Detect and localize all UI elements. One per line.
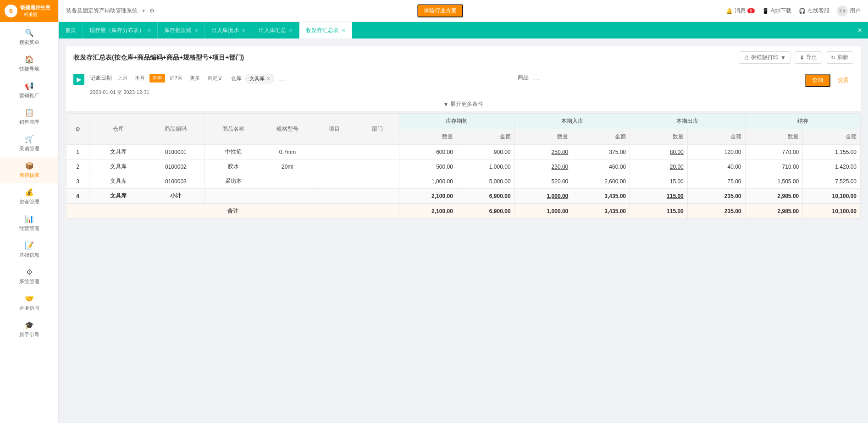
- table-settings-col[interactable]: ⚙: [66, 114, 89, 145]
- tab-batch-close[interactable]: ✕: [194, 28, 198, 33]
- row3-in-qty[interactable]: 520.00: [514, 174, 572, 189]
- system-title: 装备及固定资产辅助管理系统: [66, 7, 138, 15]
- row1-out-qty[interactable]: 80.00: [630, 145, 688, 159]
- settings-btn[interactable]: ⚙: [149, 8, 155, 14]
- sidebar-item-label: 销售管理: [19, 119, 39, 126]
- doc-icon: 📝: [25, 241, 34, 250]
- sidebar-item-marketing[interactable]: 📢 营销推广: [0, 77, 58, 104]
- row1-spec: 0.7mm: [262, 145, 313, 159]
- row3-product: 采访本: [205, 174, 262, 189]
- export-label: 导出: [806, 54, 817, 61]
- row3-in-qty-link[interactable]: 520.00: [552, 178, 569, 185]
- sidebar-logo: 6 畅捷通好生意 标准版: [0, 0, 58, 22]
- app-download-label: App下载: [771, 7, 791, 15]
- sidebar-item-purchase[interactable]: 🛒 采购管理: [0, 130, 58, 157]
- sidebar-item-label: 经营管理: [19, 225, 39, 232]
- total-closing-amt: 10,100.00: [803, 203, 861, 219]
- page-content: 收发存汇总表(按仓库+商品编码+商品+规格型号+项目+部门) 🖨 拆镁版打印 ▼…: [59, 38, 868, 423]
- total-out-qty: 115.00: [630, 203, 688, 219]
- sidebar-item-sales[interactable]: 📋 销售管理: [0, 104, 58, 130]
- col-product-header: 商品名称: [205, 114, 262, 145]
- subtotal-opening-qty: 2,100.00: [399, 189, 457, 204]
- row1-out-qty-link[interactable]: 80.00: [670, 149, 684, 155]
- row2-out-qty-link[interactable]: 20.00: [670, 164, 684, 170]
- row3-closing-amt: 7,525.00: [803, 174, 861, 189]
- tab-stock-dist[interactable]: 现存量（库存分布表） ✕: [83, 22, 158, 38]
- tab-recv-send-close[interactable]: ✕: [342, 28, 345, 33]
- tab-in-out-flow-close[interactable]: ✕: [242, 28, 245, 33]
- sidebar-item-label: 基础信息: [19, 252, 39, 258]
- tab-bar-close-all[interactable]: ✕: [851, 27, 868, 34]
- gear-icon: ⚙: [26, 268, 33, 276]
- sidebar-item-system[interactable]: ⚙ 系统管理: [0, 263, 58, 290]
- out-amt-header: 金额: [687, 129, 745, 145]
- subtotal-out-qty[interactable]: 115.00: [630, 189, 688, 204]
- product-ellipsis[interactable]: ...: [532, 74, 541, 82]
- sidebar-item-basic[interactable]: 📝 基础信息: [0, 236, 58, 263]
- date-btn-this-month[interactable]: 本月: [132, 74, 148, 82]
- tab-home[interactable]: 首页: [59, 22, 83, 38]
- subtotal-in-qty-link[interactable]: 1,000.00: [547, 193, 569, 199]
- print-label: 拆镁版打印: [751, 54, 779, 61]
- subtotal-closing-amt: 10,100.00: [803, 189, 861, 204]
- row2-in-qty[interactable]: 230.00: [514, 159, 572, 174]
- subtotal-empty2: [262, 189, 313, 204]
- warehouse-tag-close[interactable]: ✕: [266, 76, 270, 81]
- row1-in-qty-link[interactable]: 250.00: [552, 149, 569, 155]
- set-button[interactable]: 设置: [833, 75, 853, 86]
- tab-in-out-flow[interactable]: 出入库流水 ✕: [205, 22, 252, 38]
- sidebar-item-operation[interactable]: 📊 经营管理: [0, 210, 58, 236]
- filter-toggle[interactable]: ▶: [73, 74, 84, 85]
- tab-in-out-summary-close[interactable]: ✕: [289, 28, 293, 33]
- sidebar-item-label: 营销推广: [19, 92, 39, 99]
- date-btn-7days[interactable]: 近7天: [167, 74, 185, 82]
- row3-project: [313, 174, 356, 189]
- warehouse-ellipsis[interactable]: ...: [278, 75, 286, 82]
- row1-in-qty[interactable]: 250.00: [514, 145, 572, 159]
- row2-in-qty-link[interactable]: 230.00: [552, 164, 569, 170]
- date-range-row: 2023-01-01 至 2023-12-31: [66, 89, 861, 98]
- date-btn-this-year[interactable]: 本年: [149, 74, 165, 82]
- row2-out-qty[interactable]: 20.00: [630, 159, 688, 174]
- warehouse-tag: 文具库 ✕: [245, 74, 274, 83]
- user-label: 用户: [850, 7, 861, 15]
- query-button[interactable]: 查询: [805, 74, 830, 87]
- date-btn-more[interactable]: 更多: [187, 74, 203, 82]
- tab-batch[interactable]: 库存批次账 ✕: [158, 22, 205, 38]
- date-btn-custom[interactable]: 自定义: [205, 74, 225, 82]
- date-btn-last-month[interactable]: 上月: [115, 74, 130, 82]
- experience-button[interactable]: 体验行业方案: [417, 4, 463, 17]
- online-service-btn[interactable]: 🎧 在线客服: [799, 7, 829, 15]
- sidebar-item-finance[interactable]: 💰 资金管理: [0, 183, 58, 210]
- sidebar-item-inventory[interactable]: 📦 库存核算: [0, 157, 58, 183]
- sidebar-item-search[interactable]: 🔍 搜索菜单: [0, 24, 58, 50]
- row3-out-qty[interactable]: 15.00: [630, 174, 688, 189]
- tab-recv-send[interactable]: 收发存汇总表 ✕: [299, 22, 352, 38]
- user-btn[interactable]: Ea 用户: [837, 5, 861, 16]
- expand-row: ▼ 展开更多条件: [66, 98, 861, 111]
- subtotal-in-qty[interactable]: 1,000.00: [514, 189, 572, 204]
- tab-stock-dist-close[interactable]: ✕: [147, 28, 151, 33]
- subtotal-out-qty-link[interactable]: 115.00: [667, 193, 684, 199]
- table-settings-icon[interactable]: ⚙: [75, 126, 80, 132]
- online-service-label: 在线客服: [807, 7, 829, 15]
- headset-icon: 🎧: [799, 8, 806, 14]
- subtotal-no: 4: [66, 189, 89, 204]
- row3-out-qty-link[interactable]: 15.00: [670, 178, 684, 185]
- phone-icon: 📱: [762, 8, 769, 14]
- graduate-icon: 🎓: [25, 321, 34, 330]
- tab-recv-send-label: 收发存汇总表: [306, 27, 339, 34]
- print-btn[interactable]: 🖨 拆镁版打印 ▼: [739, 51, 791, 64]
- tab-in-out-summary[interactable]: 出入库汇总 ✕: [252, 22, 299, 38]
- export-btn[interactable]: ⬇ 导出: [795, 51, 822, 64]
- subtotal-opening-amt: 6,900.00: [457, 189, 514, 204]
- expand-btn[interactable]: ▼ 展开更多条件: [443, 100, 484, 108]
- refresh-btn[interactable]: ↻ 刷新: [826, 51, 853, 64]
- col-warehouse-header: 仓库: [89, 114, 147, 145]
- sidebar-item-guide[interactable]: 🎓 新手引导: [0, 316, 58, 343]
- app-download-btn[interactable]: 📱 App下载: [762, 7, 791, 15]
- total-in-qty: 1,000.00: [514, 203, 572, 219]
- sidebar-item-cooperation[interactable]: 🤝 企业协同: [0, 290, 58, 316]
- sidebar-item-quicknav[interactable]: 🏠 快捷导航: [0, 50, 58, 77]
- message-btn[interactable]: 🔔 消息 6: [726, 7, 755, 15]
